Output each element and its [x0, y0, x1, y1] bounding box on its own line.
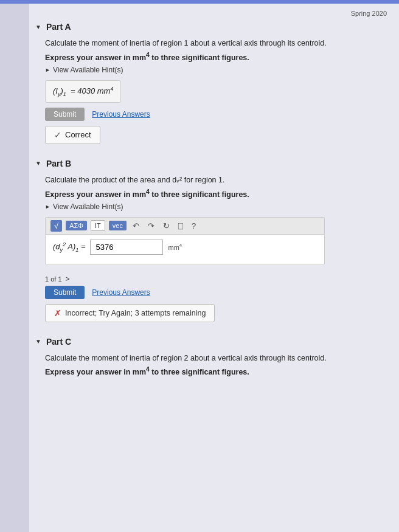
toolbar-keyboard-icon[interactable]: ⎕ [176, 220, 186, 232]
toolbar-sigma-btn[interactable]: AΣΦ [66, 221, 87, 230]
part-b-input-row: (dy2 A)1 = mm4 [53, 240, 317, 255]
part-b-submit-button[interactable]: Submit [45, 286, 85, 299]
part-b-actions: Submit Previous Answers [45, 286, 387, 299]
toolbar-it-btn[interactable]: IT [91, 220, 105, 231]
part-b-toolbar: √ AΣΦ IT vec ↶ ↷ ↻ [45, 217, 325, 234]
part-a-title: Part A [46, 22, 71, 32]
part-b-question: Calculate the product of the area and dᵧ… [45, 174, 387, 186]
part-a-question: Calculate the moment of inertia of regio… [45, 38, 387, 49]
part-b-answer-input[interactable] [90, 240, 163, 255]
part-a-formula: (Iy)1 = 4030 mm4 [53, 86, 113, 97]
part-a-actions: Submit Previous Answers [45, 108, 387, 121]
part-b-express: Express your answer in mm4 to three sign… [45, 188, 387, 199]
part-c-question: Calculate the moment of inertia of regio… [45, 353, 387, 364]
part-a-submit-button[interactable]: Submit [45, 108, 85, 121]
header-title: Spring 2020 [35, 10, 387, 17]
part-a-correct-badge: ✓ Correct [45, 126, 100, 144]
toolbar-redo-icon[interactable]: ↷ [145, 220, 157, 232]
part-b-prev-answers[interactable]: Previous Answers [92, 288, 150, 297]
part-a-section: ▼ Part A Calculate the moment of inertia… [35, 22, 387, 144]
part-a-express: Express your answer in mm4 to three sign… [45, 52, 387, 62]
part-b-equation-label: (dy2 A)1 = [53, 241, 85, 253]
part-c-express: Express your answer in mm4 to three sign… [45, 366, 387, 376]
x-icon: ✗ [54, 308, 61, 318]
toolbar-undo-icon[interactable]: ↶ [130, 220, 142, 232]
checkmark-icon: ✓ [54, 130, 61, 140]
next-page-arrow[interactable]: > [66, 275, 70, 283]
part-a-hint[interactable]: ► View Available Hint(s) [45, 66, 387, 74]
part-b-section: ▼ Part B Calculate the product of the ar… [35, 159, 387, 322]
toolbar-help-icon[interactable]: ? [189, 220, 198, 232]
part-c-title: Part C [46, 337, 71, 347]
toolbar-refresh-icon[interactable]: ↻ [161, 220, 172, 232]
part-b-hint[interactable]: ► View Available Hint(s) [45, 202, 387, 211]
part-b-title: Part B [46, 159, 71, 168]
toolbar-vec-btn[interactable]: vec [109, 221, 127, 230]
part-b-incorrect-badge: ✗ Incorrect; Try Again; 3 attempts remai… [45, 304, 215, 322]
part-c-section: ▼ Part C Calculate the moment of inertia… [35, 337, 387, 377]
part-a-prev-answers[interactable]: Previous Answers [92, 110, 150, 119]
toolbar-sqrt-btn[interactable]: √ [50, 220, 62, 232]
part-b-collapse-arrow[interactable]: ▼ [35, 160, 41, 167]
incorrect-label: Incorrect; Try Again; 3 attempts remaini… [65, 309, 206, 317]
pagination: 1 of 1 > [45, 275, 70, 283]
part-c-collapse-arrow[interactable]: ▼ [35, 338, 41, 345]
correct-label: Correct [65, 130, 91, 139]
part-a-answer-box: (Iy)1 = 4030 mm4 [45, 80, 121, 103]
part-b-unit: mm4 [168, 243, 182, 251]
page-count: 1 of 1 [45, 275, 62, 283]
part-a-collapse-arrow[interactable]: ▼ [35, 24, 41, 30]
